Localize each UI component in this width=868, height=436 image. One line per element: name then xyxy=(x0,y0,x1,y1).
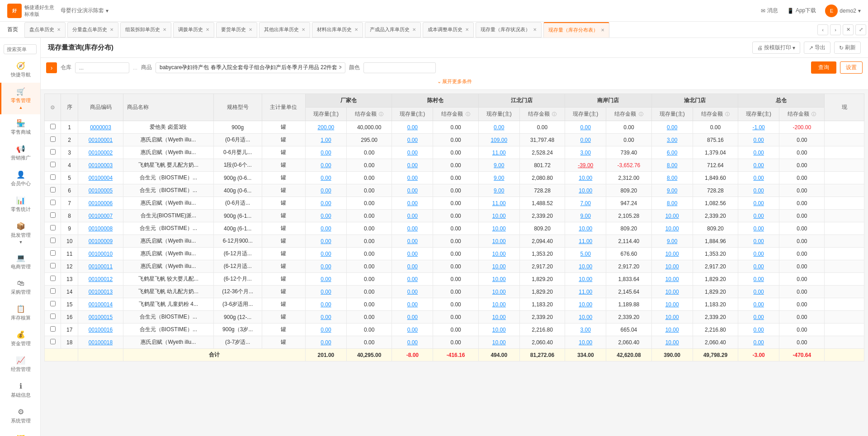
col-settings-header[interactable]: ⚙ xyxy=(45,94,61,121)
nanshan-stock-link[interactable]: 10.00 xyxy=(579,314,592,320)
filter-toggle-btn[interactable]: › xyxy=(46,62,57,73)
tab-pandan-history[interactable]: 盘点单历史 ✕ xyxy=(24,22,66,38)
jiangbei-stock-link[interactable]: 0.00 xyxy=(494,124,504,131)
yubeimen-stock-link[interactable]: 10.00 xyxy=(665,225,679,232)
total-stock-link[interactable]: -1.00 xyxy=(752,124,764,131)
factory-stock-link[interactable]: 0.00 xyxy=(321,251,331,257)
refresh-btn[interactable]: ↻ 刷新 xyxy=(834,42,861,54)
jiangbei-stock-link[interactable]: 10.00 xyxy=(492,213,506,219)
tab-cost-adjust[interactable]: 成本调整单历史 ✕ xyxy=(423,22,474,38)
tab-close-icon[interactable]: ✕ xyxy=(533,27,537,32)
sidebar-item-retail-store[interactable]: 🏪 零售商城 xyxy=(0,114,40,140)
tab-close-icon[interactable]: ✕ xyxy=(163,27,166,32)
yubeimen-stock-link[interactable]: 10.00 xyxy=(665,301,679,308)
total-stock-link[interactable]: 0.00 xyxy=(753,137,764,143)
info-icon[interactable]: ⓘ xyxy=(466,112,470,117)
jiangbei-stock-link[interactable]: 10.00 xyxy=(492,327,506,333)
factory-stock-link[interactable]: 1.00 xyxy=(321,137,331,143)
expand-more-btn[interactable]: ⌄ 展开更多条件 xyxy=(437,78,472,85)
sidebar-item-wholesale[interactable]: 📦 批发管理 ▼ xyxy=(0,217,40,249)
jiangbei-stock-link[interactable]: 11.00 xyxy=(492,200,506,206)
factory-stock-link[interactable]: 0.00 xyxy=(321,327,331,333)
chenshi-stock-link[interactable]: 0.00 xyxy=(407,263,418,270)
code-link[interactable]: 0000003 xyxy=(90,124,111,131)
info-icon[interactable]: ⓘ xyxy=(811,112,816,117)
row-checkbox[interactable] xyxy=(45,134,61,146)
jiangbei-stock-link[interactable]: 109.00 xyxy=(491,137,507,143)
nanshan-stock-link[interactable]: 10.00 xyxy=(579,301,592,308)
total-stock-link[interactable]: 0.00 xyxy=(753,314,764,320)
yubeimen-stock-link[interactable]: 0.00 xyxy=(667,124,677,131)
factory-stock-link[interactable]: 0.00 xyxy=(321,162,331,169)
code-link[interactable]: 00100013 xyxy=(89,289,113,295)
chenshi-stock-link[interactable]: 0.00 xyxy=(407,150,418,156)
sidebar-item-marketing[interactable]: 📢 营销推广 xyxy=(0,140,40,166)
nanshan-stock-link[interactable]: 10.00 xyxy=(579,263,592,270)
yubeimen-stock-link[interactable]: 10.00 xyxy=(665,289,679,295)
row-checkbox[interactable] xyxy=(45,336,61,349)
nanshan-stock-link[interactable]: 3.00 xyxy=(580,150,591,156)
jiangbei-stock-link[interactable]: 9.00 xyxy=(494,175,504,181)
yubeimen-stock-link[interactable]: 3.00 xyxy=(667,137,677,143)
total-stock-link[interactable]: 0.00 xyxy=(753,251,764,257)
query-btn[interactable]: 查询 xyxy=(811,61,836,74)
tab-close-icon[interactable]: ✕ xyxy=(302,27,305,32)
chenshi-stock-link[interactable]: 0.00 xyxy=(407,301,418,308)
tab-close-icon[interactable]: ✕ xyxy=(354,27,358,32)
row-checkbox[interactable] xyxy=(45,260,61,273)
tab-stock-dist[interactable]: 现存量（库存分布表） ✕ xyxy=(543,22,609,38)
row-checkbox[interactable] xyxy=(45,286,61,298)
yubeimen-stock-link[interactable]: 6.00 xyxy=(667,150,677,156)
jiangbei-stock-link[interactable]: 10.00 xyxy=(492,263,506,270)
sidebar-item-inventory[interactable]: 📋 库存核算 xyxy=(0,300,40,326)
total-stock-link[interactable]: 0.00 xyxy=(753,225,764,232)
factory-stock-link[interactable]: 0.00 xyxy=(321,263,331,270)
tab-close-icon[interactable]: ✕ xyxy=(465,27,469,32)
yubeimen-stock-link[interactable]: 9.00 xyxy=(667,188,677,194)
code-link[interactable]: 00100008 xyxy=(89,225,113,232)
info-icon[interactable]: ⓘ xyxy=(639,112,643,117)
yubeimen-stock-link[interactable]: 10.00 xyxy=(665,314,679,320)
sidebar-item-basic[interactable]: ℹ 基础信息 xyxy=(0,377,40,403)
tab-fen-pandan[interactable]: 分量盘点单历史 ✕ xyxy=(67,22,118,38)
row-checkbox[interactable] xyxy=(45,121,61,134)
sidebar-item-member[interactable]: 👤 会员中心 xyxy=(0,166,40,192)
nanshan-stock-link[interactable]: 0.00 xyxy=(580,124,591,131)
code-link[interactable]: 00100010 xyxy=(89,251,113,257)
row-checkbox[interactable] xyxy=(45,197,61,210)
chenshi-stock-link[interactable]: 0.00 xyxy=(407,276,418,282)
factory-stock-link[interactable]: 0.00 xyxy=(321,238,331,244)
tab-close-icon[interactable]: ✕ xyxy=(249,27,252,32)
nanshan-stock-link[interactable]: 0.00 xyxy=(580,137,591,143)
total-stock-link[interactable]: 0.00 xyxy=(753,263,764,270)
industry-selector[interactable]: 母婴行业演示陈套 ▾ xyxy=(61,7,108,14)
yubeimen-stock-link[interactable]: 10.00 xyxy=(665,213,679,219)
jiangbei-stock-link[interactable]: 10.00 xyxy=(492,314,506,320)
factory-stock-link[interactable]: 0.00 xyxy=(321,200,331,206)
jiangbei-stock-link[interactable]: 10.00 xyxy=(492,301,506,308)
jiangbei-stock-link[interactable]: 10.00 xyxy=(492,238,506,244)
tab-close-icon[interactable]: ✕ xyxy=(110,27,113,32)
total-stock-link[interactable]: 0.00 xyxy=(753,238,764,244)
tab-next-btn[interactable]: › xyxy=(830,24,841,35)
total-stock-link[interactable]: 0.00 xyxy=(753,200,764,206)
info-icon[interactable]: ⓘ xyxy=(379,112,383,117)
chenshi-stock-link[interactable]: 0.00 xyxy=(407,124,418,131)
yubeimen-stock-link[interactable]: 10.00 xyxy=(665,327,679,333)
tab-product-in[interactable]: 产成品入库单历史 ✕ xyxy=(365,22,421,38)
code-link[interactable]: 00100015 xyxy=(89,314,113,320)
sidebar-item-ops[interactable]: 📈 经营管理 xyxy=(0,352,40,377)
code-link[interactable]: 00100014 xyxy=(89,301,113,308)
chenshi-stock-link[interactable]: 0.00 xyxy=(407,314,418,320)
sidebar-item-retail-mgmt[interactable]: 🛒 零售管理 ▲ xyxy=(0,83,40,114)
tab-close-all-btn[interactable]: ✕ xyxy=(843,24,854,35)
factory-stock-link[interactable]: 0.00 xyxy=(321,188,331,194)
jiangbei-stock-link[interactable]: 10.00 xyxy=(492,339,506,346)
factory-stock-link[interactable]: 0.00 xyxy=(321,301,331,308)
code-link[interactable]: 00100001 xyxy=(89,137,113,143)
factory-stock-link[interactable]: 0.00 xyxy=(321,289,331,295)
row-checkbox[interactable] xyxy=(45,159,61,172)
total-stock-link[interactable]: 0.00 xyxy=(753,150,764,156)
nanshan-stock-link[interactable]: 5.00 xyxy=(580,251,591,257)
yubeimen-stock-link[interactable]: 10.00 xyxy=(665,276,679,282)
